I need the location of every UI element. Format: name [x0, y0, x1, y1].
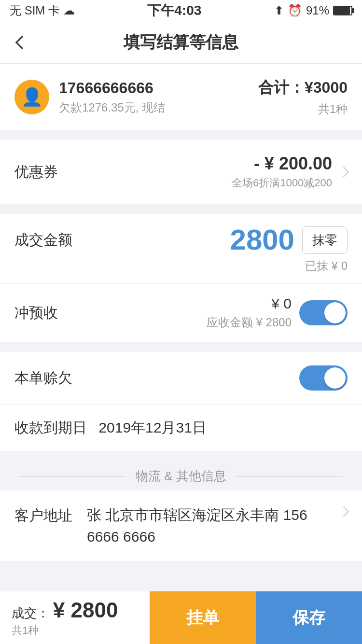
sim-status: 无 SIM 卡 ☁ [10, 3, 75, 18]
prepay-amount-col: ¥ 0 应收金额 ¥ 2800 [207, 295, 292, 330]
back-button[interactable] [12, 32, 33, 53]
address-label: 客户地址 [14, 504, 72, 526]
divider-4 [0, 452, 362, 462]
prepay-section: 冲预收 ¥ 0 应收金额 ¥ 2800 [0, 284, 362, 342]
due-date-label: 收款到期日 [14, 420, 87, 435]
address-chevron-icon [338, 506, 349, 518]
coupon-value-col: - ¥ 200.00 全场6折满1000减200 [232, 154, 332, 190]
prepay-toggle-knob [324, 302, 346, 323]
footer-info: 成交： ¥ 2800 共1种 [0, 591, 150, 644]
content: 👤 17666666666 欠款1276.35元, 现结 合计：¥3000 共1… [0, 64, 362, 644]
address-value: 张 北京市市辖区海淀区永丰南 156 6666 6666 [87, 504, 332, 547]
coupon-chevron-icon [338, 167, 349, 178]
prepay-sub: 应收金额 ¥ 2800 [207, 315, 292, 330]
prepay-toggle[interactable] [299, 300, 348, 325]
avatar-icon: 👤 [21, 87, 43, 107]
deal-amount-row: 成交金额 2800 抹零 [14, 225, 348, 254]
debt-label: 本单赊欠 [14, 368, 72, 388]
customer-info: 17666666666 欠款1276.35元, 现结 [59, 79, 165, 115]
debt-toggle-knob [324, 367, 346, 389]
customer-phone: 17666666666 [59, 79, 165, 97]
alarm-icon: ⏰ [288, 4, 302, 17]
logistics-divider: 物流 & 其他信息 [0, 462, 362, 490]
round-zero-button[interactable]: 抹零 [302, 226, 348, 254]
battery-percent: 91% [306, 4, 329, 17]
coupon-desc: 全场6折满1000减200 [232, 176, 332, 190]
avatar: 👤 [14, 80, 49, 114]
nav-bar: 填写结算等信息 [0, 21, 362, 64]
divider-1 [0, 130, 362, 140]
deal-amount-sub: 已抹 ¥ 0 [14, 258, 348, 274]
total-count: 共1种 [258, 101, 348, 117]
customer-debt: 欠款1276.35元, 现结 [59, 100, 165, 115]
status-right: ⬆ ⏰ 91% [274, 4, 352, 17]
divider-3 [0, 342, 362, 352]
prepay-right: ¥ 0 应收金额 ¥ 2800 [207, 295, 348, 330]
back-arrow-icon [15, 35, 29, 49]
address-row[interactable]: 客户地址 张 北京市市辖区海淀区永丰南 156 6666 6666 [0, 490, 362, 561]
coupon-row[interactable]: 优惠券 - ¥ 200.00 全场6折满1000减200 [0, 140, 362, 204]
customer-card: 👤 17666666666 欠款1276.35元, 现结 合计：¥3000 共1… [0, 64, 362, 130]
deal-amount-right: 2800 抹零 [230, 225, 348, 254]
save-button[interactable]: 保存 [256, 591, 362, 644]
total-amount: 合计：¥3000 [258, 77, 348, 98]
prepay-amount: ¥ 0 [207, 295, 292, 312]
status-bar: 无 SIM 卡 ☁ 下午4:03 ⬆ ⏰ 91% [0, 0, 362, 21]
customer-left: 👤 17666666666 欠款1276.35元, 现结 [14, 79, 165, 115]
footer-deal-amount: ¥ 2800 [53, 598, 118, 622]
debt-toggle[interactable] [299, 365, 348, 391]
hang-order-button[interactable]: 挂单 [150, 591, 256, 644]
status-left: 无 SIM 卡 ☁ [10, 3, 75, 18]
status-time: 下午4:03 [147, 1, 201, 20]
due-date-section: 收款到期日 2019年12月31日 [0, 405, 362, 452]
page-title: 填写结算等信息 [124, 31, 238, 54]
battery-icon [333, 6, 352, 15]
footer-count: 共1种 [12, 623, 138, 638]
footer: 成交： ¥ 2800 共1种 挂单 保存 [0, 591, 362, 644]
prepay-label: 冲预收 [14, 303, 58, 323]
footer-deal-label-row: 成交： ¥ 2800 [12, 598, 138, 622]
divider-2 [0, 204, 362, 214]
footer-deal-label: 成交： [12, 606, 49, 620]
debt-row: 本单赊欠 [0, 352, 362, 405]
coupon-discount: - ¥ 200.00 [232, 154, 332, 174]
deal-amount-label: 成交金额 [14, 230, 72, 250]
logistics-label: 物流 & 其他信息 [136, 468, 226, 485]
coupon-right: - ¥ 200.00 全场6折满1000减200 [232, 154, 348, 190]
coupon-label: 优惠券 [14, 162, 58, 182]
location-icon: ⬆ [274, 4, 284, 17]
due-date-value: 2019年12月31日 [98, 420, 206, 435]
deal-amount-section: 成交金额 2800 抹零 已抹 ¥ 0 [0, 214, 362, 284]
logistics-line: 物流 & 其他信息 [0, 468, 362, 485]
customer-right: 合计：¥3000 共1种 [258, 77, 348, 117]
prepay-row: 冲预收 ¥ 0 应收金额 ¥ 2800 [14, 295, 348, 330]
deal-amount-number: 2800 [230, 225, 294, 254]
